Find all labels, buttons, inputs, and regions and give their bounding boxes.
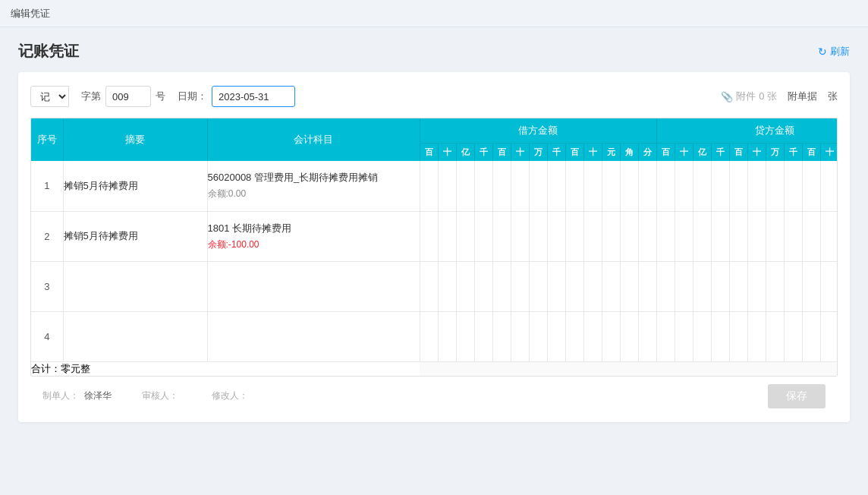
debit-digit-cell[interactable] (529, 261, 547, 311)
debit-digit-cell[interactable] (456, 211, 474, 261)
credit-digit-cell[interactable] (693, 211, 711, 261)
credit-digit-cell[interactable] (802, 311, 820, 361)
debit-digit-cell[interactable] (474, 161, 492, 211)
credit-digit-cell[interactable] (711, 311, 729, 361)
debit-digit-cell[interactable] (474, 261, 492, 311)
account-cell[interactable] (207, 311, 420, 361)
save-button[interactable]: 保存 (768, 384, 826, 408)
debit-digit-cell[interactable] (565, 161, 583, 211)
debit-digit-cell[interactable] (438, 211, 456, 261)
credit-digit-cell[interactable] (729, 161, 747, 211)
debit-digit-cell[interactable] (420, 211, 438, 261)
credit-digit-cell[interactable] (766, 311, 784, 361)
credit-digit-cell[interactable] (656, 211, 675, 261)
debit-digit-cell[interactable] (620, 311, 638, 361)
debit-digit-cell[interactable] (620, 261, 638, 311)
debit-digit-cell[interactable] (547, 311, 565, 361)
summary-cell[interactable] (63, 261, 207, 311)
debit-digit-cell[interactable] (456, 161, 474, 211)
account-cell[interactable] (207, 261, 420, 311)
debit-digit-cell[interactable] (565, 261, 583, 311)
debit-digit-cell[interactable] (420, 311, 438, 361)
credit-digit-cell[interactable] (802, 261, 820, 311)
table-row[interactable]: 1摊销5月待摊费用56020008 管理费用_长期待摊费用摊销余额:0.00 (31, 161, 838, 211)
credit-digit-cell[interactable] (675, 161, 693, 211)
refresh-button[interactable]: ↻ 刷新 (818, 45, 850, 58)
credit-digit-cell[interactable] (693, 311, 711, 361)
credit-digit-cell[interactable] (675, 311, 693, 361)
debit-digit-cell[interactable] (620, 161, 638, 211)
summary-cell[interactable] (63, 311, 207, 361)
credit-digit-cell[interactable] (784, 311, 802, 361)
fudanjv-label[interactable]: 附单据 (788, 90, 817, 103)
credit-digit-cell[interactable] (747, 211, 766, 261)
debit-digit-cell[interactable] (602, 311, 620, 361)
debit-digit-cell[interactable] (529, 211, 547, 261)
type-select-group[interactable]: 记 (30, 86, 69, 107)
debit-digit-cell[interactable] (438, 311, 456, 361)
credit-digit-cell[interactable] (656, 161, 675, 211)
debit-digit-cell[interactable] (420, 161, 438, 211)
credit-digit-cell[interactable] (784, 211, 802, 261)
credit-digit-cell[interactable] (693, 261, 711, 311)
credit-digit-cell[interactable] (747, 261, 766, 311)
account-cell[interactable]: 1801 长期待摊费用余额:-100.00 (207, 211, 420, 261)
credit-digit-cell[interactable] (820, 161, 838, 211)
debit-digit-cell[interactable] (583, 311, 602, 361)
debit-digit-cell[interactable] (511, 161, 529, 211)
debit-digit-cell[interactable] (638, 261, 656, 311)
debit-digit-cell[interactable] (547, 161, 565, 211)
debit-digit-cell[interactable] (583, 261, 602, 311)
credit-digit-cell[interactable] (747, 311, 766, 361)
credit-digit-cell[interactable] (820, 311, 838, 361)
date-input[interactable] (212, 86, 295, 107)
debit-digit-cell[interactable] (529, 311, 547, 361)
credit-digit-cell[interactable] (656, 261, 675, 311)
debit-digit-cell[interactable] (492, 161, 511, 211)
debit-digit-cell[interactable] (511, 211, 529, 261)
credit-digit-cell[interactable] (656, 311, 675, 361)
account-cell[interactable]: 56020008 管理费用_长期待摊费用摊销余额:0.00 (207, 161, 420, 211)
debit-digit-cell[interactable] (474, 311, 492, 361)
debit-digit-cell[interactable] (583, 211, 602, 261)
debit-digit-cell[interactable] (438, 261, 456, 311)
credit-digit-cell[interactable] (766, 261, 784, 311)
credit-digit-cell[interactable] (711, 211, 729, 261)
debit-digit-cell[interactable] (638, 311, 656, 361)
debit-digit-cell[interactable] (529, 161, 547, 211)
debit-digit-cell[interactable] (638, 211, 656, 261)
number-input[interactable] (105, 86, 151, 107)
credit-digit-cell[interactable] (820, 211, 838, 261)
credit-digit-cell[interactable] (766, 161, 784, 211)
credit-digit-cell[interactable] (729, 311, 747, 361)
credit-digit-cell[interactable] (802, 211, 820, 261)
debit-digit-cell[interactable] (511, 261, 529, 311)
table-row[interactable]: 3 (31, 261, 838, 311)
debit-digit-cell[interactable] (602, 211, 620, 261)
credit-digit-cell[interactable] (711, 261, 729, 311)
credit-digit-cell[interactable] (784, 161, 802, 211)
credit-digit-cell[interactable] (693, 161, 711, 211)
debit-digit-cell[interactable] (583, 161, 602, 211)
debit-digit-cell[interactable] (456, 311, 474, 361)
credit-digit-cell[interactable] (766, 211, 784, 261)
debit-digit-cell[interactable] (602, 161, 620, 211)
debit-digit-cell[interactable] (638, 161, 656, 211)
debit-digit-cell[interactable] (565, 311, 583, 361)
debit-digit-cell[interactable] (492, 311, 511, 361)
debit-digit-cell[interactable] (474, 211, 492, 261)
credit-digit-cell[interactable] (820, 261, 838, 311)
credit-digit-cell[interactable] (729, 261, 747, 311)
debit-digit-cell[interactable] (492, 211, 511, 261)
credit-digit-cell[interactable] (802, 161, 820, 211)
credit-digit-cell[interactable] (675, 261, 693, 311)
credit-digit-cell[interactable] (711, 161, 729, 211)
credit-digit-cell[interactable] (747, 161, 766, 211)
credit-digit-cell[interactable] (784, 261, 802, 311)
credit-digit-cell[interactable] (729, 211, 747, 261)
type-select[interactable]: 记 (30, 86, 69, 107)
table-row[interactable]: 2摊销5月待摊费用1801 长期待摊费用余额:-100.00 (31, 211, 838, 261)
debit-digit-cell[interactable] (602, 261, 620, 311)
debit-digit-cell[interactable] (547, 261, 565, 311)
credit-digit-cell[interactable] (675, 211, 693, 261)
